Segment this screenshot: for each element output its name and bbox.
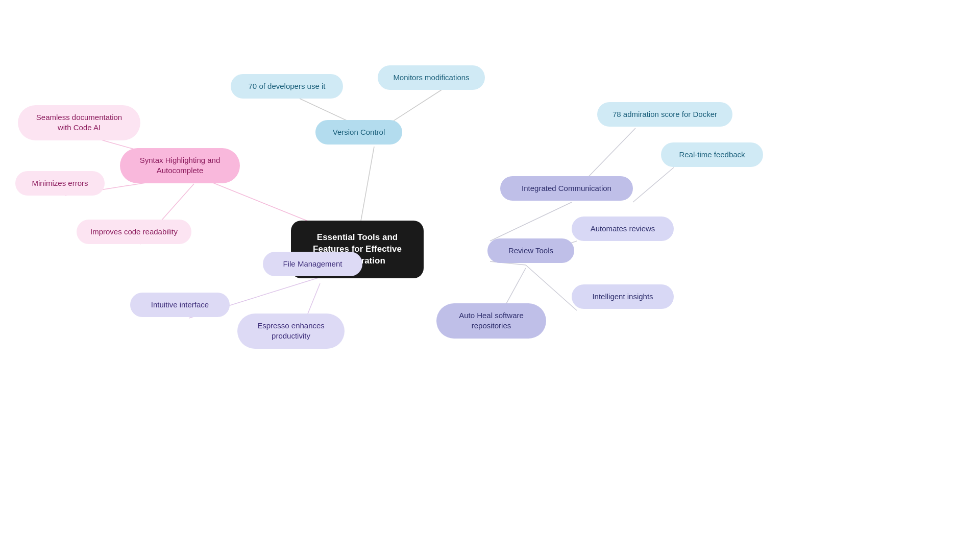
file-management-node[interactable]: File Management [263,252,362,276]
developers-use-node[interactable]: 70 of developers use it [231,74,343,99]
syntax-highlighting-node[interactable]: Syntax Highlighting and Autocomplete [120,148,240,183]
realtime-feedback-node[interactable]: Real-time feedback [661,142,763,167]
version-control-node[interactable]: Version Control [315,120,402,145]
automates-reviews-node[interactable]: Automates reviews [572,217,674,241]
auto-heal-node[interactable]: Auto Heal software repositories [436,303,546,339]
improves-readability-node[interactable]: Improves code readability [77,220,191,244]
minimizes-errors-node[interactable]: Minimizes errors [15,171,105,196]
espresso-node[interactable]: Espresso enhances productivity [237,314,345,349]
monitors-modifications-node[interactable]: Monitors modifications [378,65,485,90]
review-tools-node[interactable]: Review Tools [487,238,574,263]
svg-line-7 [490,202,572,241]
svg-line-9 [633,167,674,202]
intelligent-insights-node[interactable]: Intelligent insights [572,284,674,309]
seamless-doc-node[interactable]: Seamless documentation with Code AI [18,105,140,140]
docker-score-node[interactable]: 78 admiration score for Docker [597,102,732,127]
integrated-communication-node[interactable]: Integrated Communication [500,176,633,201]
intuitive-interface-node[interactable]: Intuitive interface [130,293,230,317]
